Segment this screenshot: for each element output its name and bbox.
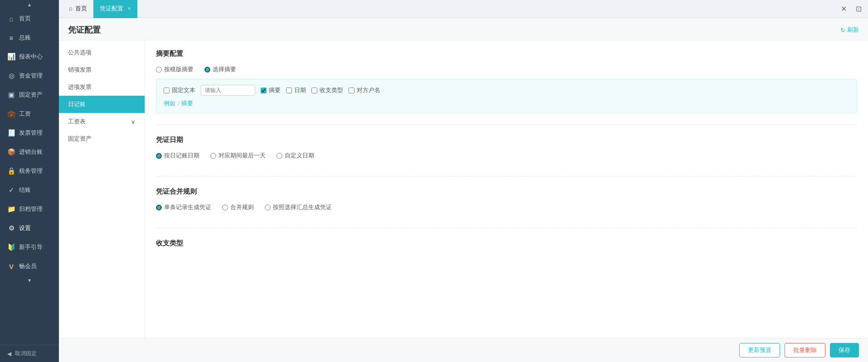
payment-type-label: 收支类型 [320, 86, 343, 94]
sidebar-item-fixed-assets[interactable]: ▣ 固定资产 [0, 85, 59, 104]
date-option2-label: 对应期间最后一天 [218, 152, 266, 160]
fixed-text-label: 固定文本 [172, 86, 195, 94]
tab-voucher-config[interactable]: 凭证配置 × [93, 0, 137, 18]
sidebar-scroll-up[interactable]: ▲ [0, 0, 59, 9]
summary-checkbox-row: 固定文本 摘要 日期 [164, 85, 849, 96]
summary-radio-template-input[interactable] [156, 67, 162, 73]
date-radio-period-last-input[interactable] [210, 153, 216, 159]
sidebar-item-purchase-sales[interactable]: 📦 进销台账 [0, 142, 59, 161]
sidebar-item-invoice-management[interactable]: 🧾 发票管理 [0, 123, 59, 142]
sidebar-item-guide[interactable]: 🔰 新手引导 [0, 238, 59, 257]
date-radio-journal-input[interactable] [156, 153, 162, 159]
sidebar-item-label-report: 报表中心 [19, 53, 43, 61]
left-nav-fixed-assets[interactable]: 固定资产 [59, 130, 145, 147]
checkbox-counterpart[interactable]: 对方户名 [349, 86, 380, 94]
merge-radio-single[interactable]: 单条记录生成凭证 [156, 203, 211, 211]
settlement-icon: ✓ [7, 186, 15, 194]
sidebar-item-label-home: 首页 [19, 15, 31, 23]
left-nav: 公共选项 销项发票 进项发票 日记账 工资表 ∨ 固定资产 [59, 40, 145, 338]
sidebar-item-label-settings: 设置 [19, 224, 31, 232]
summary-section-title: 摘要配置 [156, 49, 857, 58]
date-radio-custom[interactable]: 自定义日期 [276, 152, 314, 160]
receipt-type-section: 收支类型 [156, 239, 857, 266]
merge-option3-label: 按照选择汇总生成凭证 [273, 203, 332, 211]
merge-radio-rule[interactable]: 合并规则 [222, 203, 254, 211]
sidebar-item-label-settlement: 结账 [19, 186, 31, 194]
tab-close-button[interactable]: × [128, 5, 131, 12]
left-nav-sales-invoice[interactable]: 销项发票 [59, 61, 145, 78]
save-button[interactable]: 保存 [830, 343, 859, 357]
unpin-button[interactable]: ◀ 取消固定 [0, 345, 59, 362]
checkbox-date[interactable]: 日期 [286, 86, 306, 94]
date-radio-period-last[interactable]: 对应期间最后一天 [210, 152, 266, 160]
checkbox-summary-input[interactable] [261, 88, 267, 93]
checkbox-payment-type-input[interactable] [311, 88, 317, 93]
update-preview-button[interactable]: 更新预置 [739, 343, 780, 357]
merge-radio-rule-input[interactable] [222, 205, 228, 210]
fund-icon: ◎ [7, 72, 15, 80]
left-nav-purchase-invoice[interactable]: 进项发票 [59, 78, 145, 96]
summary-radio-template-label: 按模版摘要 [164, 65, 194, 73]
date-radio-custom-input[interactable] [276, 153, 282, 159]
pin-icon: ◀ [7, 351, 11, 357]
refresh-label: 刷新 [847, 26, 859, 34]
example-text: 例如：摘要 [164, 99, 849, 108]
invoice-icon: 🧾 [7, 129, 15, 137]
sidebar-item-settings[interactable]: ⚙ 设置 [0, 219, 59, 238]
voucher-merge-radio-group: 单条记录生成凭证 合并规则 按照选择汇总生成凭证 [156, 203, 857, 211]
sidebar-item-label-member: 畅会员 [19, 262, 37, 270]
summary-radio-template[interactable]: 按模版摘要 [156, 65, 194, 73]
voucher-date-radio-group: 按日记账日期 对应期间最后一天 自定义日期 [156, 152, 857, 160]
assets-icon: ▣ [7, 91, 15, 99]
checkbox-payment-type[interactable]: 收支类型 [311, 86, 343, 94]
sidebar-item-settlement[interactable]: ✓ 结账 [0, 181, 59, 200]
tab-home[interactable]: ⌂ 首页 [63, 0, 93, 18]
merge-radio-summary-input[interactable] [265, 205, 271, 210]
counterpart-label: 对方户名 [357, 86, 380, 94]
fixed-text-input[interactable] [201, 85, 255, 96]
refresh-button[interactable]: ↻ 刷新 [840, 26, 859, 34]
main-area: ⌂ 首页 凭证配置 × ✕ ⊡ 凭证配置 ↻ 刷新 公共选项 [59, 0, 868, 362]
sidebar-item-archive[interactable]: 📁 归档管理 [0, 200, 59, 219]
merge-radio-summary[interactable]: 按照选择汇总生成凭证 [265, 203, 332, 211]
left-nav-journal[interactable]: 日记账 [59, 96, 145, 113]
tab-home-label: 首页 [75, 5, 87, 13]
sidebar-item-salary[interactable]: 💼 工资 [0, 104, 59, 123]
sidebar: ▲ ⌂ 首页 ≡ 总账 📊 报表中心 ◎ 资金管理 ▣ 固定资产 💼 工资 🧾 … [0, 0, 59, 362]
sidebar-item-label-assets: 固定资产 [19, 91, 43, 99]
sidebar-item-general-ledger[interactable]: ≡ 总账 [0, 28, 59, 47]
summary-radio-select[interactable]: 选择摘要 [204, 65, 236, 73]
date-radio-journal[interactable]: 按日记账日期 [156, 152, 199, 160]
left-nav-salary-table[interactable]: 工资表 ∨ [59, 113, 145, 130]
summary-label: 摘要 [269, 86, 281, 94]
window-maximize-button[interactable]: ⊡ [853, 4, 864, 14]
merge-radio-single-input[interactable] [156, 205, 162, 210]
sidebar-item-home[interactable]: ⌂ 首页 [0, 9, 59, 28]
page-header: 凭证配置 ↻ 刷新 [59, 18, 868, 40]
sidebar-item-label-purchase: 进销台账 [19, 148, 43, 156]
member-icon: V [7, 263, 15, 270]
batch-delete-button[interactable]: 批量删除 [785, 343, 825, 357]
ledger-icon: ≡ [7, 34, 15, 42]
sidebar-item-label-guide: 新手引导 [19, 243, 43, 251]
date-label: 日期 [294, 86, 306, 94]
right-content: 摘要配置 按模版摘要 选择摘要 [145, 40, 868, 338]
checkbox-summary[interactable]: 摘要 [261, 86, 281, 94]
checkbox-fixed-text[interactable]: 固定文本 [164, 86, 195, 94]
window-close-button[interactable]: ✕ [838, 4, 849, 14]
tab-bar: ⌂ 首页 凭证配置 × ✕ ⊡ [59, 0, 868, 18]
checkbox-counterpart-input[interactable] [349, 88, 354, 93]
sidebar-item-fund-management[interactable]: ◎ 资金管理 [0, 66, 59, 85]
sidebar-scroll-down[interactable]: ▼ [0, 276, 59, 285]
sidebar-bottom: ◀ 取消固定 [0, 345, 59, 362]
summary-radio-select-input[interactable] [204, 67, 210, 73]
sidebar-item-tax-management[interactable]: 🔒 税务管理 [0, 161, 59, 181]
checkbox-date-input[interactable] [286, 88, 292, 93]
sidebar-item-member[interactable]: V 畅会员 [0, 257, 59, 276]
summary-radio-select-label: 选择摘要 [213, 65, 236, 73]
left-nav-public-options[interactable]: 公共选项 [59, 44, 145, 61]
refresh-icon: ↻ [840, 27, 845, 34]
sidebar-item-report-center[interactable]: 📊 报表中心 [0, 47, 59, 66]
home-icon: ⌂ [7, 15, 15, 23]
checkbox-fixed-text-input[interactable] [164, 88, 170, 93]
